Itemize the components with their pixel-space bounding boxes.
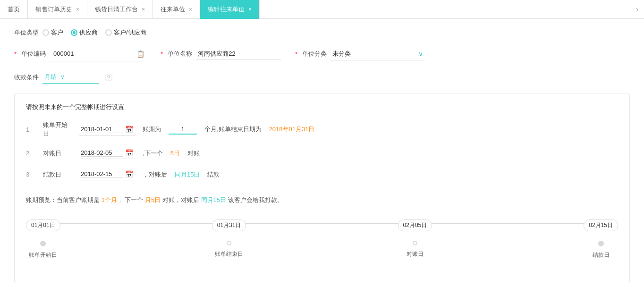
category-dropdown-arrow: ∨ [418, 50, 423, 58]
radio-both-circle [105, 29, 112, 36]
unit-category-select[interactable]: 未分类 ∨ [330, 48, 425, 60]
radio-customer-label: 客户 [51, 28, 63, 37]
unit-code-input-wrapper: 📋 [50, 46, 146, 61]
timeline-item-reconcile: 02月05日 对账日 [398, 219, 432, 259]
tab-more-button[interactable]: › [630, 5, 644, 14]
timeline-badge-end: 01月31日 [212, 219, 246, 231]
preview-reconcile-suffix: 对账，对账后 [162, 196, 199, 203]
radio-customer-circle [42, 29, 49, 36]
unit-code-star: * [14, 51, 17, 58]
preview-text: 账期预览：当前客户账期是 1个月， 下一个 月5日 对账，对账后 同月15日 该… [26, 195, 618, 205]
preview-payment-suffix: 该客户会给我打款。 [228, 196, 283, 203]
row-num-2: 2 [26, 150, 35, 157]
close-tab-partner[interactable]: × [189, 6, 192, 13]
unit-name-field: * 单位名称 [161, 48, 281, 59]
unit-type-field: 单位类型 客户 供应商 客户/供应商 [14, 28, 146, 37]
payment-condition-field: 收款条件 月结 ∨ ? [14, 71, 112, 84]
payment-date-calendar-icon[interactable]: 📅 [125, 170, 133, 178]
reconcile-suffix: 对账 [187, 149, 200, 158]
timeline-badge-payment: 02月15日 [584, 219, 618, 231]
close-tab-sales-history[interactable]: × [76, 6, 79, 13]
radio-supplier-circle [71, 29, 77, 36]
timeline-label-start: 账单开始日 [29, 251, 57, 259]
unit-code-field: * 单位编码 📋 [14, 46, 146, 61]
unit-name-label: 单位名称 [168, 50, 192, 58]
timeline-dot-reconcile [413, 241, 417, 245]
period-label-prefix: 账期为 [143, 125, 161, 134]
payment-condition-select[interactable]: 月结 ∨ [42, 71, 99, 84]
timeline-badge-reconcile: 02月05日 [398, 219, 432, 231]
unit-category-label: 单位分类 [302, 50, 327, 58]
payment-date-input-wrapper: 📅 [79, 169, 135, 180]
start-date-input-wrapper: 📅 [79, 124, 135, 135]
radio-customer[interactable]: 客户 [42, 28, 63, 37]
tab-home[interactable]: 首页 [0, 0, 28, 19]
unit-type-row: 单位类型 客户 供应商 客户/供应商 [14, 28, 630, 37]
unit-category-field: * 单位分类 未分类 ∨ [295, 48, 425, 60]
timeline-item-payment: 02月15日 结款日 [584, 219, 618, 259]
preview-reconcile-prefix: 下一个 [125, 196, 143, 203]
timeline-items: 01月01日 账单开始日 01月31日 账单结束日 02月05日 对账日 [26, 219, 618, 259]
reconcile-date-input-wrapper: 📅 [79, 147, 135, 159]
card-title: 请按照未来的一个完整帐期进行设置 [26, 103, 618, 111]
unit-name-input[interactable] [196, 48, 281, 59]
preview-label: 账期预览：当前客户账期是 [26, 196, 100, 203]
unit-code-input[interactable] [51, 48, 135, 59]
period-row-2: 2 对账日 📅 ,下一个 5日 对账 [26, 147, 618, 159]
payment-day-highlight: 同月15日 [175, 170, 200, 179]
row-num-1: 1 [26, 126, 35, 133]
timeline-item-start: 01月01日 账单开始日 [26, 219, 60, 259]
unit-category-value: 未分类 [332, 50, 415, 58]
start-date-calendar-icon[interactable]: 📅 [125, 126, 133, 133]
timeline: 01月01日 账单开始日 01月31日 账单结束日 02月05日 对账日 [26, 215, 618, 273]
unit-type-radio-group: 客户 供应商 客户/供应商 [42, 28, 146, 37]
preview-period: 1个月， [102, 196, 123, 203]
period-row-1: 1 账单开始日 📅 账期为 个月,账单结束日期为 2018年01月31日 [26, 121, 618, 138]
reconcile-date-input[interactable] [81, 149, 123, 157]
period-label-suffix: 个月,账单结束日期为 [204, 125, 262, 134]
unit-code-icon[interactable]: 📋 [136, 50, 144, 58]
unit-code-label: 单位编码 [21, 50, 46, 58]
timeline-badge-start: 01月01日 [26, 219, 60, 231]
period-months-input[interactable] [169, 125, 197, 135]
payment-date-input[interactable] [81, 170, 123, 178]
radio-both-label: 客户/供应商 [114, 28, 146, 37]
main-content: 单位类型 客户 供应商 客户/供应商 * 单位编码 [0, 19, 644, 287]
row-num-3: 3 [26, 171, 35, 178]
preview-payment-day: 同月15日 [201, 196, 226, 203]
timeline-dot-start [40, 241, 46, 246]
payment-suffix: 结款 [207, 170, 220, 179]
preview-section: 账期预览：当前客户账期是 1个月， 下一个 月5日 对账，对账后 同月15日 该… [26, 190, 618, 273]
row-label-1: 账单开始日 [43, 121, 71, 138]
preview-reconcile-day: 月5日 [145, 196, 161, 203]
payment-condition-label: 收款条件 [14, 73, 39, 82]
radio-supplier[interactable]: 供应商 [71, 28, 98, 37]
reconcile-day-highlight: 5日 [170, 149, 180, 158]
payment-prefix: ，对账后 [143, 170, 167, 179]
unit-name-star: * [161, 51, 163, 58]
start-date-input[interactable] [81, 126, 123, 133]
timeline-item-end: 01月31日 账单结束日 [212, 219, 246, 259]
unit-type-label: 单位类型 [14, 28, 39, 37]
tab-partner[interactable]: 往来单位 × [153, 0, 200, 19]
radio-both[interactable]: 客户/供应商 [105, 28, 146, 37]
row-label-2: 对账日 [43, 149, 71, 158]
payment-condition-arrow: ∨ [60, 74, 65, 80]
tab-sales-history[interactable]: 销售订单历史 × [28, 0, 87, 19]
close-tab-cash-work[interactable]: × [142, 6, 145, 13]
radio-supplier-label: 供应商 [79, 28, 98, 37]
end-date-highlight: 2018年01月31日 [269, 125, 315, 134]
period-card: 请按照未来的一个完整帐期进行设置 1 账单开始日 📅 账期为 个月,账单结束日期… [14, 93, 630, 283]
tab-cash-work[interactable]: 钱货日清工作台 × [87, 0, 153, 19]
reconcile-prefix: ,下一个 [143, 149, 163, 158]
unit-category-star: * [295, 51, 297, 58]
timeline-dot-payment [598, 241, 604, 246]
tab-edit-partner[interactable]: 编辑往来单位 × [200, 0, 260, 19]
timeline-label-payment: 结款日 [593, 251, 610, 259]
payment-condition-row: 收款条件 月结 ∨ ? [14, 71, 630, 84]
reconcile-date-calendar-icon[interactable]: 📅 [125, 149, 133, 157]
help-icon[interactable]: ? [105, 74, 112, 81]
timeline-label-reconcile: 对账日 [407, 250, 424, 258]
close-tab-edit-partner[interactable]: × [248, 6, 252, 13]
payment-condition-value: 月结 [44, 73, 57, 81]
